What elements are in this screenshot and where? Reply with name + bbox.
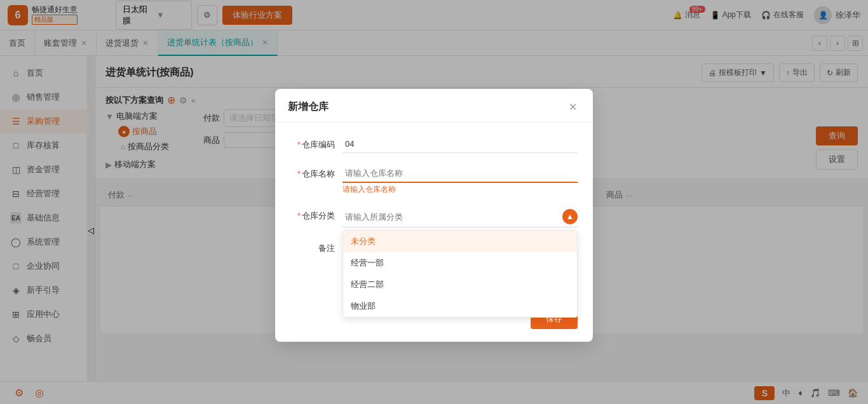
dropdown-option-op1[interactable]: 经营一部 bbox=[343, 252, 577, 274]
form-row-category: 仓库分类 ▲ 未分类 经营一部 经营二部 物业部 bbox=[290, 206, 578, 227]
category-dropdown-toggle[interactable]: ▲ bbox=[562, 209, 578, 224]
form-row-code: 仓库编码 bbox=[290, 135, 578, 153]
dialog-close-button[interactable]: ✕ bbox=[565, 99, 580, 114]
dropdown-option-op3[interactable]: 物业部 bbox=[343, 295, 577, 317]
name-label: 仓库名称 bbox=[290, 165, 335, 180]
name-error-msg: 请输入仓库名称 bbox=[342, 184, 578, 195]
dialog-header: 新增仓库 ✕ bbox=[275, 89, 593, 123]
category-label: 仓库分类 bbox=[290, 206, 335, 222]
dropdown-option-none[interactable]: 未分类 bbox=[343, 231, 577, 252]
dialog-overlay: 新增仓库 ✕ 仓库编码 仓库名称 请输入仓库名称 仓库分类 bbox=[0, 0, 868, 404]
dialog-title: 新增仓库 bbox=[288, 100, 329, 114]
new-warehouse-dialog: 新增仓库 ✕ 仓库编码 仓库名称 请输入仓库名称 仓库分类 bbox=[275, 89, 593, 342]
name-input-wrapper: 请输入仓库名称 bbox=[342, 165, 578, 195]
code-input[interactable] bbox=[342, 135, 578, 153]
name-input[interactable] bbox=[342, 165, 578, 183]
form-row-name: 仓库名称 请输入仓库名称 bbox=[290, 165, 578, 195]
category-input[interactable] bbox=[342, 211, 562, 223]
remark-label: 备注 bbox=[290, 239, 335, 254]
dialog-body: 仓库编码 仓库名称 请输入仓库名称 仓库分类 ▲ bbox=[275, 123, 593, 301]
code-label: 仓库编码 bbox=[290, 135, 335, 151]
category-dropdown-list: 未分类 经营一部 经营二部 物业部 bbox=[342, 230, 578, 318]
dropdown-option-op2[interactable]: 经营二部 bbox=[343, 274, 577, 295]
